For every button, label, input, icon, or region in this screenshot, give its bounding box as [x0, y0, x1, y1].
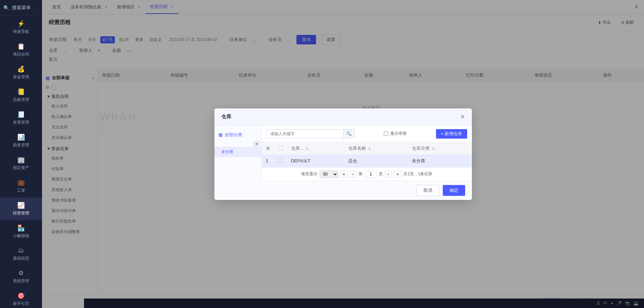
warehouse-modal: 仓库 ✕ ▦ 全部分类 « 未分类	[214, 108, 472, 200]
project-contract-icon: 📋	[17, 43, 25, 50]
modal-left-item-uncategorized[interactable]: 未分类	[214, 147, 262, 157]
grid-icon-modal: ▦	[219, 132, 223, 137]
sort-icon-code[interactable]: ⇅	[306, 147, 308, 150]
modal-page-suffix: 页	[379, 171, 383, 177]
row-checkbox-1[interactable]	[278, 158, 283, 163]
cancel-button[interactable]: 取消	[416, 185, 439, 196]
modal-right-panel: 🔍 显示停用 + 新增仓库	[262, 126, 472, 181]
invoice-management-icon: 🧾	[17, 111, 25, 118]
modal-footer: 取消 确定	[214, 181, 472, 200]
sidebar-item-basic-info[interactable]: 🗂 基础信息	[0, 243, 42, 265]
modal-search-wrap: 🔍	[267, 129, 355, 138]
modal-table-header-row: ⚙ 仓库... ⇅	[262, 142, 472, 155]
sidebar-item-invoice-management[interactable]: 🧾 发票管理	[0, 107, 42, 129]
sort-icon-name[interactable]: ⇅	[368, 147, 371, 150]
sidebar-item-newcomer-guide[interactable]: 🎯 新手引导	[0, 288, 42, 308]
sort-icon-category[interactable]: ⇅	[432, 147, 435, 150]
modal-toolbar: 🔍 显示停用 + 新增仓库	[262, 126, 472, 142]
modal-page-label: 第	[358, 171, 362, 177]
show-disabled-checkbox[interactable]	[384, 131, 388, 136]
row-check[interactable]	[274, 155, 287, 167]
modal-col-gear: ⚙	[262, 142, 274, 155]
show-disabled-label: 显示停用	[390, 131, 407, 137]
fund-management-icon: 💰	[17, 65, 25, 73]
collapse-modal-left-btn[interactable]: «	[253, 141, 260, 147]
newcomer-guide-icon: 🎯	[17, 292, 25, 300]
system-mgmt-icon: ⚙	[18, 269, 24, 277]
payroll-icon: 💼	[17, 179, 25, 186]
gear-icon-table: ⚙	[266, 146, 270, 151]
sidebar-item-ledger-management[interactable]: 📒 总账管理	[0, 84, 42, 107]
modal-pagination: 每页显示 50 100 « ‹ 第 页 › » 共1页，1条记录	[262, 167, 472, 181]
row-code: DEFAULT	[287, 155, 344, 167]
modal-search-button[interactable]: 🔍	[343, 129, 354, 138]
table-row[interactable]: 1 DEFAULT 总仓 未分类	[262, 155, 472, 167]
tax-management-icon: 📊	[17, 134, 25, 141]
sidebar-item-fixed-assets[interactable]: 🏢 固定资产	[0, 152, 42, 175]
search-icon: 🔍	[3, 5, 9, 11]
basic-info-icon: 🗂	[18, 247, 24, 254]
fixed-assets-icon: 🏢	[17, 156, 25, 164]
sidebar-search[interactable]: 🔍 搜索菜单	[0, 0, 42, 16]
sidebar-item-project-contract[interactable]: 📋 项目合同	[0, 39, 42, 61]
modal-close-button[interactable]: ✕	[460, 113, 465, 121]
modal-body: ▦ 全部分类 « 未分类 🔍	[214, 126, 472, 181]
sidebar-item-xiaochang-sales[interactable]: 🏪 小畅报销	[0, 220, 42, 243]
modal-col-name: 仓库名称 ⇅	[344, 142, 408, 155]
show-disabled-wrap: 显示停用	[384, 131, 407, 137]
sidebar-item-quick-nav[interactable]: ⚡ 快捷导航	[0, 16, 42, 39]
modal-table: ⚙ 仓库... ⇅	[262, 142, 472, 167]
sidebar-item-payroll[interactable]: 💼 工资	[0, 175, 42, 198]
modal-col-code: 仓库... ⇅	[287, 142, 344, 155]
modal-page-first[interactable]: «	[340, 171, 348, 178]
sidebar-item-operations-mgmt[interactable]: 📈 经营管理	[0, 198, 42, 220]
modal-page-last[interactable]: »	[394, 171, 401, 178]
quick-nav-icon: ⚡	[17, 20, 25, 27]
modal-title: 仓库	[221, 114, 231, 120]
modal-search-input[interactable]	[267, 130, 343, 138]
modal-left-panel: ▦ 全部分类 « 未分类	[214, 126, 262, 181]
select-all-checkbox[interactable]	[278, 145, 283, 150]
main-content: 首页 业务利润预估表 ✕ 新增项目 ✕ 经营历程 ✕ ✕ 经营历程 ⬆ 导出 ↺…	[42, 0, 644, 308]
modal-page-input[interactable]	[365, 171, 377, 178]
xiaochang-sales-icon: 🏪	[17, 224, 25, 232]
modal-total-text: 共1页，1条记录	[403, 171, 432, 177]
sidebar: 🔍 搜索菜单 ⚡ 快捷导航 📋 项目合同 💰 资金管理 📒 总账管理 🧾 发票管…	[0, 0, 42, 308]
sidebar-item-tax-management[interactable]: 📊 税务管理	[0, 129, 42, 152]
modal-header: 仓库 ✕	[214, 108, 472, 126]
modal-per-page-select[interactable]: 50 100	[319, 170, 338, 178]
operations-mgmt-icon: 📈	[17, 202, 25, 209]
modal-page-prev[interactable]: ‹	[350, 171, 356, 178]
modal-per-page-label: 每页显示	[301, 171, 317, 177]
modal-col-category: 仓库分类 ⇅	[408, 142, 472, 155]
modal-col-check	[274, 142, 287, 155]
row-name: 总仓	[344, 155, 408, 167]
sidebar-item-fund-management[interactable]: 💰 资金管理	[0, 61, 42, 84]
confirm-button[interactable]: 确定	[443, 185, 465, 196]
ledger-management-icon: 📒	[17, 88, 25, 96]
add-warehouse-button[interactable]: + 新增仓库	[436, 129, 467, 139]
modal-overlay: 仓库 ✕ ▦ 全部分类 « 未分类	[42, 0, 644, 308]
modal-page-next[interactable]: ›	[385, 171, 392, 178]
modal-table-wrap: ⚙ 仓库... ⇅	[262, 142, 472, 167]
row-category: 未分类	[408, 155, 472, 167]
row-num: 1	[262, 155, 274, 167]
sidebar-item-system-mgmt[interactable]: ⚙ 系统管理	[0, 265, 42, 288]
modal-all-categories[interactable]: ▦ 全部分类	[214, 129, 262, 141]
